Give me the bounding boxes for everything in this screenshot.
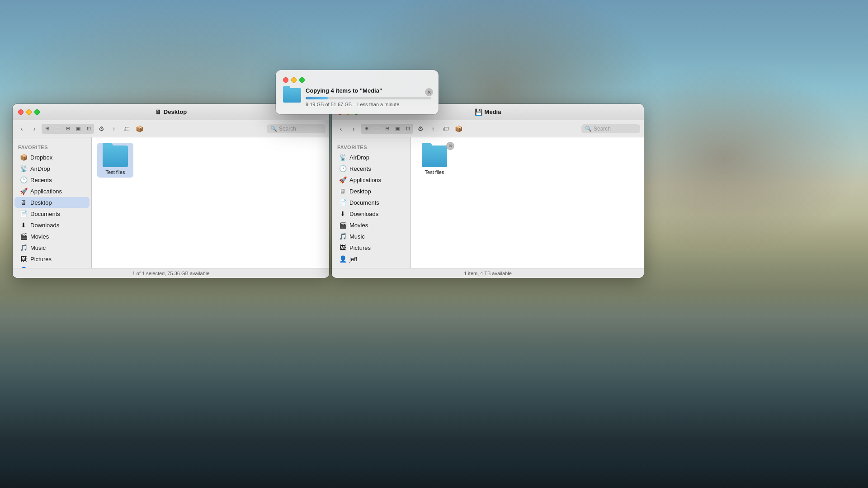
media-downloads-label: Downloads — [349, 211, 378, 217]
applications-icon: 🚀 — [20, 188, 27, 195]
dialog-zoom-button[interactable] — [299, 77, 305, 83]
desktop-search-input[interactable] — [279, 126, 322, 132]
sidebar-recents-label: Recents — [30, 177, 52, 183]
media-icon-view-button[interactable]: ⊞ — [361, 124, 371, 133]
media-gallery-view-button[interactable]: ⊡ — [403, 124, 413, 133]
desktop-toolbar: ‹ › ⊞ ≡ ⊟ ▣ ⊡ ⚙ ↑ 🏷 📦 🔍 — [13, 120, 329, 137]
test-files-label: Test files — [106, 169, 125, 175]
progress-bar-container — [306, 97, 431, 99]
sidebar-item-dropbox[interactable]: 📦 Dropbox — [14, 152, 90, 163]
media-sidebar-music[interactable]: 🎵 Music — [334, 231, 409, 242]
finder-windows-container: 🖥 Desktop ‹ › ⊞ ≡ ⊟ ▣ ⊡ ⚙ ↑ 🏷 📦 🔍 — [13, 104, 644, 278]
media-jeff-icon: 👤 — [339, 255, 346, 263]
media-desktop-label: Desktop — [349, 188, 371, 195]
media-sidebar-movies[interactable]: 🎬 Movies — [334, 220, 409, 230]
copy-dialog-title: Copying 4 items to "Media" — [306, 87, 431, 94]
media-pictures-label: Pictures — [349, 244, 371, 251]
sidebar-item-movies[interactable]: 🎬 Movies — [14, 231, 90, 242]
progress-bar-fill — [306, 97, 328, 99]
media-recents-icon: 🕐 — [339, 165, 346, 172]
desktop-back-button[interactable]: ‹ — [16, 123, 27, 134]
media-search-input[interactable] — [594, 126, 637, 132]
desktop-search-box[interactable]: 🔍 — [267, 124, 326, 133]
media-sidebar-downloads[interactable]: ⬇ Downloads — [334, 208, 409, 219]
media-music-label: Music — [349, 233, 365, 240]
dialog-minimize-button[interactable] — [291, 77, 297, 83]
list-item[interactable]: Test files — [97, 143, 133, 178]
media-view-buttons: ⊞ ≡ ⊟ ▣ ⊡ — [361, 124, 413, 134]
music-icon: 🎵 — [20, 244, 27, 251]
sidebar-pictures-label: Pictures — [30, 256, 52, 263]
sidebar-item-documents[interactable]: 📄 Documents — [14, 208, 90, 219]
media-desktop-icon: 🖥 — [339, 188, 346, 195]
copy-folder-icon — [283, 88, 301, 103]
media-sidebar-jeff[interactable]: 👤 jeff — [334, 253, 409, 264]
copy-badge-close[interactable]: ✕ — [446, 142, 454, 150]
desktop-gallery-view-button[interactable]: ⊡ — [84, 124, 94, 133]
media-test-files-icon — [422, 145, 447, 167]
media-jeff-label: jeff — [349, 256, 357, 263]
media-title-icon: 💾 — [475, 108, 482, 116]
media-sidebar-desktop[interactable]: 🖥 Desktop — [334, 186, 409, 197]
desktop-dropbox-button[interactable]: 📦 — [134, 123, 145, 134]
media-column-view-button[interactable]: ⊟ — [382, 124, 392, 133]
media-window-title: 💾 Media — [475, 108, 501, 116]
dialog-titlebar — [283, 77, 431, 83]
sidebar-desktop-label: Desktop — [30, 199, 52, 206]
media-tag-button[interactable]: 🏷 — [440, 123, 451, 134]
media-sidebar-airdrop[interactable]: 📡 AirDrop — [334, 152, 409, 163]
desktop-zoom-button[interactable] — [34, 109, 40, 115]
finder-window-media: 💾 Media ‹ › ⊞ ≡ ⊟ ▣ ⊡ ⚙ ↑ 🏷 📦 🔍 — [332, 104, 644, 278]
media-settings-button[interactable]: ⚙ — [415, 123, 426, 134]
finder-window-desktop: 🖥 Desktop ‹ › ⊞ ≡ ⊟ ▣ ⊡ ⚙ ↑ 🏷 📦 🔍 — [13, 104, 329, 278]
desktop-icon-view-button[interactable]: ⊞ — [42, 124, 52, 133]
media-downloads-icon: ⬇ — [339, 210, 346, 217]
media-sidebar-pictures[interactable]: 🖼 Pictures — [334, 242, 409, 253]
desktop-column-view-button[interactable]: ⊟ — [63, 124, 73, 133]
desktop-tag-button[interactable]: 🏷 — [121, 123, 132, 134]
dialog-close-button[interactable] — [283, 77, 288, 83]
media-content: Favorites 📡 AirDrop 🕐 Recents 🚀 Applicat… — [332, 137, 644, 268]
media-sidebar-documents[interactable]: 📄 Documents — [334, 197, 409, 208]
dialog-body: Copying 4 items to "Media" 9.19 GB of 51… — [283, 87, 431, 107]
sidebar-item-airdrop[interactable]: 📡 AirDrop — [14, 163, 90, 174]
desktop-share-button[interactable]: ↑ — [108, 123, 119, 134]
media-sidebar-recents[interactable]: 🕐 Recents — [334, 163, 409, 174]
desktop-icon: 🖥 — [20, 199, 27, 206]
media-applications-label: Applications — [349, 177, 381, 183]
sidebar-airdrop-label: AirDrop — [30, 165, 50, 172]
sidebar-item-pictures[interactable]: 🖼 Pictures — [14, 253, 90, 264]
copy-dialog-subtitle: 9.19 GB of 51.67 GB – Less than a minute — [306, 102, 431, 107]
sidebar-item-jeff[interactable]: 👤 jeff — [14, 265, 90, 268]
dropbox-icon: 📦 — [20, 154, 27, 161]
sidebar-music-label: Music — [30, 244, 46, 251]
desktop-cover-view-button[interactable]: ▣ — [73, 124, 83, 133]
sidebar-item-music[interactable]: 🎵 Music — [14, 242, 90, 253]
media-search-box[interactable]: 🔍 — [581, 124, 640, 133]
desktop-view-buttons: ⊞ ≡ ⊟ ▣ ⊡ — [42, 124, 94, 134]
desktop-forward-button[interactable]: › — [29, 123, 40, 134]
desktop-minimize-button[interactable] — [26, 109, 32, 115]
media-sidebar: Favorites 📡 AirDrop 🕐 Recents 🚀 Applicat… — [332, 137, 411, 268]
media-forward-button[interactable]: › — [348, 123, 359, 134]
media-airdrop-icon: 📡 — [339, 154, 346, 161]
desktop-close-button[interactable] — [18, 109, 24, 115]
desktop-settings-button[interactable]: ⚙ — [96, 123, 107, 134]
desktop-list-view-button[interactable]: ≡ — [52, 124, 62, 133]
sidebar-item-downloads[interactable]: ⬇ Downloads — [14, 220, 90, 230]
copy-dialog-close-button[interactable]: ✕ — [425, 88, 433, 96]
desktop-title-icon: 🖥 — [155, 108, 161, 116]
media-share-button[interactable]: ↑ — [428, 123, 439, 134]
media-cover-view-button[interactable]: ▣ — [392, 124, 402, 133]
documents-icon: 📄 — [20, 210, 27, 217]
media-dropbox-button[interactable]: 📦 — [453, 123, 464, 134]
media-list-view-button[interactable]: ≡ — [372, 124, 382, 133]
media-sidebar-applications[interactable]: 🚀 Applications — [334, 174, 409, 185]
sidebar-item-recents[interactable]: 🕐 Recents — [14, 174, 90, 185]
sidebar-item-desktop[interactable]: 🖥 Desktop — [14, 197, 90, 208]
sidebar-dropbox-label: Dropbox — [30, 154, 52, 161]
media-back-button[interactable]: ‹ — [335, 123, 346, 134]
desktop-search-icon: 🔍 — [270, 126, 277, 132]
recents-icon: 🕐 — [20, 176, 27, 183]
sidebar-item-applications[interactable]: 🚀 Applications — [14, 186, 90, 197]
